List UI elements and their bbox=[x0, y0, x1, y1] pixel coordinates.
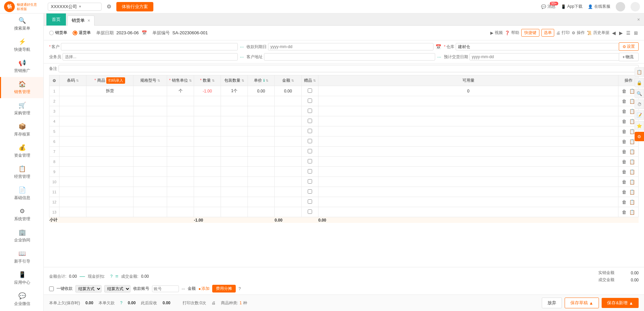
col-product[interactable]: * 商品 扫码录入 bbox=[86, 75, 134, 86]
expense-split-button[interactable]: 费用分摊 bbox=[212, 285, 236, 293]
customer-dots-icon[interactable]: ··· bbox=[240, 44, 244, 49]
copy-row-btn-8[interactable]: 📋 bbox=[629, 168, 636, 175]
delete-row-btn-9[interactable]: 🗑 bbox=[621, 179, 627, 185]
nav-prev-button[interactable]: ◀ bbox=[611, 30, 616, 36]
radio-sales-order[interactable]: 销货单 bbox=[49, 30, 67, 36]
copy-row-btn-6[interactable]: 📋 bbox=[629, 148, 636, 155]
sidebar-item-finance[interactable]: 💰 资金管理 bbox=[0, 141, 43, 162]
sidebar-item-inventory[interactable]: 📦 库存核算 bbox=[0, 119, 43, 141]
gift-checkbox-8[interactable] bbox=[308, 169, 312, 173]
one-click-payment-checkbox[interactable] bbox=[49, 286, 54, 291]
bill-arrears-info-icon[interactable]: ? bbox=[120, 301, 122, 305]
trial-button[interactable]: 体验行业方案 bbox=[116, 2, 153, 11]
delete-row-btn-0[interactable]: 🗑 bbox=[621, 88, 627, 94]
sidebar-item-search[interactable]: 🔍 搜索菜单 bbox=[0, 13, 43, 35]
sidebar-item-guide[interactable]: 📖 新手引导 bbox=[0, 246, 43, 268]
message-button[interactable]: 💬 消息 99+ bbox=[541, 4, 556, 9]
print-action[interactable]: 🖨 打印 bbox=[556, 30, 570, 36]
col-barcode[interactable]: 条码 ⇅ bbox=[60, 75, 86, 86]
col-gift[interactable]: 赠品 ⇅ bbox=[302, 75, 318, 86]
video-action[interactable]: ▶ 视频 bbox=[490, 30, 503, 36]
online-service-button[interactable]: 👤 在线客服 bbox=[588, 4, 610, 9]
gift-checkbox-10[interactable] bbox=[308, 189, 312, 194]
help-action[interactable]: ❓ 帮助 bbox=[505, 30, 519, 36]
delete-row-btn-1[interactable]: 🗑 bbox=[621, 98, 627, 105]
logistics-btn[interactable]: + 物流 bbox=[619, 53, 639, 61]
gift-checkbox-1[interactable] bbox=[308, 99, 312, 103]
right-panel-btn-5[interactable]: 📝 bbox=[635, 110, 644, 120]
copy-row-btn-10[interactable]: 📋 bbox=[629, 189, 636, 195]
app-download-button[interactable]: 📱 App下载 bbox=[561, 4, 582, 9]
sidebar-item-marketing[interactable]: 📢 营销推广 bbox=[0, 56, 43, 77]
gift-checkbox-11[interactable] bbox=[308, 199, 312, 204]
select-order-button[interactable]: 选单 bbox=[541, 29, 554, 37]
sidebar-item-enterprise[interactable]: 🏢 企业协同 bbox=[0, 225, 43, 246]
collection-calendar-icon[interactable]: 📅 bbox=[435, 44, 441, 49]
gift-checkbox-4[interactable] bbox=[308, 129, 312, 133]
col-spec[interactable]: 规格型号 ⇅ bbox=[134, 75, 167, 86]
company-selector[interactable]: XXXXXX公司 ▼ bbox=[48, 3, 102, 11]
customer-input[interactable] bbox=[61, 43, 238, 50]
expected-date-input[interactable] bbox=[469, 53, 631, 61]
customer-addr-dots-icon[interactable]: ··· bbox=[437, 54, 441, 60]
gift-checkbox-3[interactable] bbox=[308, 119, 312, 123]
right-panel-btn-6[interactable]: ⭐ bbox=[635, 121, 644, 130]
gift-checkbox-5[interactable] bbox=[308, 139, 312, 143]
delete-row-btn-10[interactable]: 🗑 bbox=[621, 189, 627, 195]
col-unit[interactable]: * 销售单位 ⇅ bbox=[167, 75, 194, 86]
right-panel-btn-4[interactable]: ⏱ bbox=[635, 100, 644, 109]
tab-home[interactable]: 首页 bbox=[46, 13, 66, 26]
sidebar-item-quick-nav[interactable]: ⚡ 快捷导航 bbox=[0, 35, 43, 56]
gift-checkbox-6[interactable] bbox=[308, 149, 312, 153]
gift-checkbox-12[interactable] bbox=[308, 209, 312, 214]
account-input[interactable] bbox=[152, 285, 179, 292]
calendar-icon[interactable]: 📅 bbox=[142, 30, 147, 35]
delete-row-btn-4[interactable]: 🗑 bbox=[621, 128, 627, 135]
salesperson-input[interactable] bbox=[63, 53, 238, 61]
col-pkg-qty[interactable]: 包装数量 ⇅ bbox=[221, 75, 248, 86]
remark-input[interactable] bbox=[59, 65, 639, 72]
copy-row-btn-11[interactable]: 📋 bbox=[629, 199, 636, 205]
add-payment-button[interactable]: ● 添加 bbox=[198, 286, 210, 291]
col-unit-price[interactable]: 单价 ℹ ⇅ bbox=[248, 75, 275, 86]
tab-sales-order[interactable]: 销货单 × bbox=[67, 15, 94, 26]
right-panel-btn-2[interactable]: 🔒 bbox=[635, 78, 644, 87]
history-action[interactable]: 📜 历史单据 bbox=[587, 30, 609, 36]
save-draft-button[interactable]: 保存草稿 ▲ bbox=[565, 298, 599, 308]
collection-date-input[interactable] bbox=[268, 43, 433, 50]
sidebar-item-app-center[interactable]: 📱 应用中心 bbox=[0, 268, 43, 289]
sidebar-item-system[interactable]: ⚙ 系统管理 bbox=[0, 204, 43, 225]
price-info-icon[interactable]: ℹ bbox=[263, 78, 265, 82]
grid-view-button[interactable]: ⊞ bbox=[633, 30, 639, 36]
payment-method-select2[interactable]: 结算方式 bbox=[104, 285, 130, 293]
delete-row-btn-12[interactable]: 🗑 bbox=[621, 209, 627, 216]
operation-action[interactable]: ⚙ 操作 bbox=[572, 30, 585, 36]
abandon-button[interactable]: 放弃 bbox=[542, 298, 562, 308]
delete-row-btn-3[interactable]: 🗑 bbox=[621, 118, 627, 125]
expense-help-button[interactable]: ? bbox=[238, 286, 241, 291]
avatar[interactable] bbox=[616, 2, 625, 11]
delete-row-btn-7[interactable]: 🗑 bbox=[621, 158, 627, 165]
copy-row-btn-9[interactable]: 📋 bbox=[629, 179, 636, 185]
main-close-icon[interactable]: × bbox=[637, 17, 640, 22]
radio-return-order[interactable]: 退货单 bbox=[73, 30, 91, 36]
sidebar-item-sales[interactable]: 🏠 销售管理 bbox=[0, 77, 43, 98]
right-panel-btn-3[interactable]: 🔍 bbox=[635, 89, 644, 98]
payment-method-select[interactable]: 结算方式 bbox=[75, 285, 102, 293]
copy-row-btn-7[interactable]: 📋 bbox=[629, 158, 636, 165]
col-amount[interactable]: 金额 ⇅ bbox=[275, 75, 302, 86]
scan-button[interactable]: 扫码录入 bbox=[106, 77, 125, 84]
nav-next-button[interactable]: ▶ bbox=[618, 30, 623, 36]
salesperson-dots-icon[interactable]: ··· bbox=[240, 54, 244, 60]
delete-row-btn-11[interactable]: 🗑 bbox=[621, 199, 627, 205]
save-new-button[interactable]: 保存&新增 ▲ bbox=[602, 298, 639, 308]
delete-row-btn-2[interactable]: 🗑 bbox=[621, 108, 627, 115]
discount-help-icon[interactable]: ? bbox=[110, 274, 113, 279]
col-qty[interactable]: * 数量 ⇅ bbox=[194, 75, 221, 86]
sidebar-item-purchase[interactable]: 🛒 采购管理 bbox=[0, 98, 43, 119]
sidebar-item-basic-info[interactable]: 📄 基础信息 bbox=[0, 183, 43, 204]
gift-checkbox-9[interactable] bbox=[308, 179, 312, 184]
settings-btn[interactable]: ⚙ 设置 bbox=[619, 42, 639, 51]
gift-checkbox-7[interactable] bbox=[308, 159, 312, 163]
gift-checkbox-2[interactable] bbox=[308, 109, 312, 113]
